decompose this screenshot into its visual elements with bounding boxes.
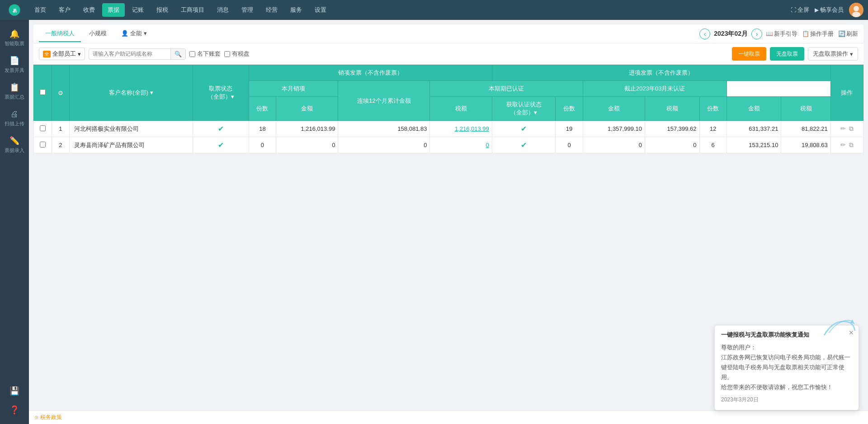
avatar[interactable] xyxy=(849,3,863,17)
search-input[interactable] xyxy=(89,49,170,59)
nav-business[interactable]: 工商项目 xyxy=(175,3,210,17)
nav-invoice[interactable]: 票据 xyxy=(102,3,125,17)
bank-checkbox-label[interactable]: 名下账套 xyxy=(189,50,221,58)
bank-checkbox[interactable] xyxy=(189,51,195,57)
status-check-icon: ✔ xyxy=(218,141,224,149)
sidebar-item-invoice-summary[interactable]: 📋 票据汇总 xyxy=(0,78,29,105)
sidebar-item-smart-ticket[interactable]: 🔔 智能取票 xyxy=(0,24,29,51)
no-disk-ops-label: 无盘取票操作 xyxy=(813,50,848,58)
tab-small-scale[interactable]: 小规模 xyxy=(83,26,113,42)
tab-general-taxpayer[interactable]: 一般纳税人 xyxy=(39,26,81,42)
nav-manage[interactable]: 管理 xyxy=(236,3,259,17)
status-check-icon: ✔ xyxy=(218,125,224,133)
th-sale-amount-label: 金额 xyxy=(276,97,338,121)
sidebar-item-download[interactable]: 💾 xyxy=(0,381,29,400)
one-click-ticket-btn[interactable]: 一键取票 xyxy=(732,47,766,61)
nav-operation[interactable]: 经营 xyxy=(260,3,283,17)
bank-label: 名下账套 xyxy=(197,50,221,58)
employee-filter[interactable]: 全 全部员工 ▾ xyxy=(39,48,85,60)
all-tab-icon: 👤 xyxy=(121,30,128,37)
tax-policy-link[interactable]: ⊙ 税务政策 xyxy=(34,414,62,421)
row-uncert-count: 6 xyxy=(699,137,726,153)
notification-line: 给您带来的不便敬请谅解，祝您工作愉快！ xyxy=(721,382,852,392)
help-icon: ❓ xyxy=(9,405,19,415)
th-certified: 本期期已认证 xyxy=(430,81,583,97)
nav-home[interactable]: 首页 xyxy=(29,3,52,17)
sidebar-item-help[interactable]: ❓ xyxy=(0,400,29,419)
row-cert-count: 0 xyxy=(556,137,583,153)
download-icon: 💾 xyxy=(9,386,19,396)
table-body: 1 河北柯搭极实业有限公司 ✔ 18 1,216,013.99 158,081.… xyxy=(34,121,863,153)
fullscreen-btn[interactable]: ⛶ 全屏 xyxy=(791,6,809,14)
sidebar-item-scan-upload[interactable]: 🖨 扫描上传 xyxy=(0,105,29,131)
dropdown-arrow-icon: ▾ xyxy=(850,51,853,57)
tab-all[interactable]: 👤 全能 ▾ xyxy=(115,26,153,42)
nav-tax[interactable]: 报税 xyxy=(151,3,174,17)
top-nav-right: ⛶ 全屏 ▶ 畅享会员 xyxy=(791,3,863,17)
sidebar-item-invoice-open[interactable]: 📄 发票开具 xyxy=(0,51,29,78)
employee-filter-label: 全部员工 xyxy=(52,50,76,58)
row-action: ✏ ⧉ xyxy=(830,137,863,153)
notification-line: 键登陆电子税务局与无盘取票相关功能可正常使 xyxy=(721,362,852,372)
copy-icon[interactable]: ⧉ xyxy=(849,141,854,148)
row-cert-tax: 0 xyxy=(645,137,699,153)
no-disk-ticket-btn[interactable]: 无盘取票 xyxy=(770,47,804,61)
member-btn[interactable]: ▶ 畅享会员 xyxy=(815,6,844,14)
row-checkbox[interactable] xyxy=(34,137,52,153)
select-all-checkbox[interactable] xyxy=(40,89,46,95)
sale-12m-link[interactable]: 1,216,013.99 xyxy=(455,125,489,132)
new-guide-btn[interactable]: 📖 新手引导 xyxy=(766,30,797,38)
nav-service[interactable]: 服务 xyxy=(285,3,307,17)
row-sale-amount: 1,216,013.99 xyxy=(276,121,338,137)
refresh-btn[interactable]: 🔄 刷新 xyxy=(838,30,858,38)
period-prev-btn[interactable]: ‹ xyxy=(699,29,710,39)
sidebar-item-label-smart: 智能取票 xyxy=(5,41,24,47)
tax-disk-checkbox[interactable] xyxy=(224,51,230,57)
svg-point-3 xyxy=(854,6,859,11)
row-num: 1 xyxy=(52,121,70,137)
row-checkbox[interactable] xyxy=(34,121,52,137)
no-disk-ops-btn[interactable]: 无盘取票操作 ▾ xyxy=(808,47,858,61)
manual-btn[interactable]: 📋 操作手册 xyxy=(802,30,834,38)
row-cert-status: ✔ xyxy=(492,121,556,137)
sidebar-item-invoice-entry[interactable]: ✏️ 票据录入 xyxy=(0,131,29,158)
cert-status-check-icon: ✔ xyxy=(521,125,527,133)
edit-icon[interactable]: ✏ xyxy=(840,141,846,148)
notification-line: 江苏政务网已恢复访问电子税务局功能，易代账一 xyxy=(721,353,852,362)
search-button[interactable]: 🔍 xyxy=(170,49,185,59)
row-ticket-status: ✔ xyxy=(193,121,249,137)
sidebar-item-label-entry: 票据录入 xyxy=(5,148,24,153)
nav-items: 首页 客户 收费 票据 记账 报税 工商项目 消息 管理 经营 服务 设置 xyxy=(29,3,791,17)
th-uncertified: 截止2023年03月未认证 xyxy=(583,81,726,97)
toolbar-right: 一键取票 无盘取票 无盘取票操作 ▾ xyxy=(732,47,858,61)
nav-bookkeeping[interactable]: 记账 xyxy=(127,3,149,17)
th-sale-tax-label: 税额 xyxy=(430,97,492,121)
notification-close-btn[interactable]: ✕ xyxy=(849,329,854,336)
row-cert-tax: 157,399.62 xyxy=(645,121,699,137)
copy-icon[interactable]: ⧉ xyxy=(849,125,854,132)
sale-12m-link[interactable]: 0 xyxy=(486,142,489,148)
sidebar-item-label-summary: 票据汇总 xyxy=(5,94,24,100)
period-next-btn[interactable]: › xyxy=(751,29,762,39)
settings-icon[interactable]: ⚙ xyxy=(58,90,63,96)
notification-line: 用。 xyxy=(721,372,852,382)
invoice-entry-icon: ✏️ xyxy=(9,136,19,146)
row-uncert-count: 12 xyxy=(699,121,726,137)
edit-icon[interactable]: ✏ xyxy=(840,125,846,132)
nav-settings[interactable]: 设置 xyxy=(309,3,332,17)
invoice-open-icon: 📄 xyxy=(9,56,19,66)
tax-disk-checkbox-label[interactable]: 有税盘 xyxy=(224,50,250,58)
tab-nav-right: 📖 新手引导 📋 操作手册 🔄 刷新 xyxy=(766,30,858,38)
th-ticket-status: 取票状态（全部）▾ xyxy=(193,65,249,121)
refresh-icon: 🔄 xyxy=(838,30,845,37)
nav-message[interactable]: 消息 xyxy=(212,3,234,17)
nav-fee[interactable]: 收费 xyxy=(78,3,100,17)
period-label: 2023年02月 xyxy=(714,30,748,38)
th-checkbox[interactable] xyxy=(34,65,52,121)
th-cert-count: 份数 xyxy=(556,97,583,121)
nav-customer[interactable]: 客户 xyxy=(53,3,76,17)
row-num: 2 xyxy=(52,137,70,153)
row-uncert-tax: 19,808.63 xyxy=(781,137,830,153)
th-cert-tax: 税额 xyxy=(645,97,699,121)
table-row: 1 河北柯搭极实业有限公司 ✔ 18 1,216,013.99 158,081.… xyxy=(34,121,863,137)
